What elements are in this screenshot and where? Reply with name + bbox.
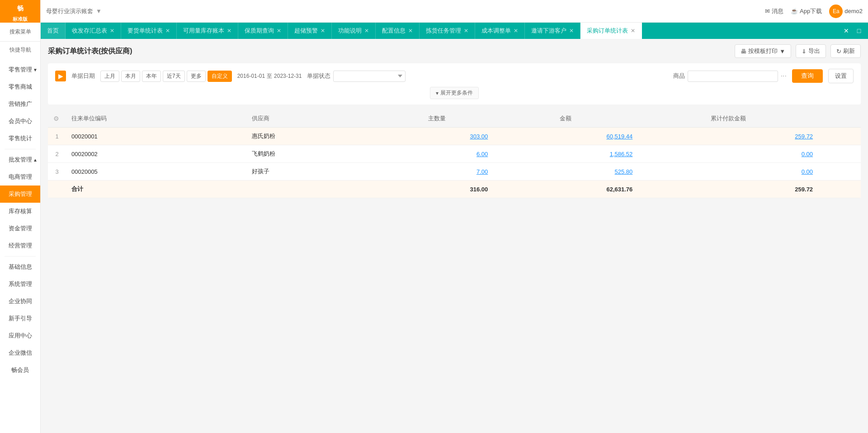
data-table: ⚙ 往来单位编码 供应商 主数量 金额 累计付款金额 1 00020001 [48,110,861,198]
quick-nav-label[interactable]: 快捷导航 [3,43,38,57]
user-profile[interactable]: Ea demo2 [829,5,863,18]
message-btn[interactable]: ✉ 消息 [765,7,783,15]
qty-link[interactable]: 6.00 [476,151,488,157]
footer-qty: 316.00 [381,181,493,198]
filter-toggle-btn[interactable]: ▶ [55,71,66,81]
tab-close-icon[interactable]: ✕ [569,28,574,34]
cell-supplier: 好孩子 [246,163,381,181]
tab-close-all-btn[interactable]: ✕ [841,25,852,36]
app-download-btn[interactable]: ☕ App下载 [791,7,822,15]
cell-paid: 259.72 [638,128,818,145]
amount-link[interactable]: 525.80 [615,168,633,175]
amount-link[interactable]: 60,519.44 [606,133,632,140]
refresh-button[interactable]: ↻ 刷新 [830,44,861,58]
sidebar-item-member2[interactable]: 畅会员 [0,362,40,379]
col-qty: 主数量 [381,110,493,128]
amount-link[interactable]: 1,586.52 [610,151,633,157]
query-button[interactable]: 查询 [792,69,823,83]
dropdown-arrow-icon[interactable]: ▼ [96,8,102,14]
sidebar-item-ecommerce[interactable]: 电商管理 [0,168,40,186]
app-logo[interactable]: 畅 标准版 [0,0,40,23]
sidebar-item-inventory[interactable]: 库存核算 [0,203,40,220]
tab-order-stats-label: 要货单统计表 [127,27,163,35]
goods-input[interactable] [688,71,778,82]
tab-cost-adjust[interactable]: 成本调整单 ✕ [475,23,525,39]
date-btn-this-year[interactable]: 本年 [142,71,161,82]
tab-close-icon[interactable]: ✕ [227,28,231,34]
topbar-right: ✉ 消息 ☕ App下载 Ea demo2 [765,5,863,18]
sidebar-item-guide[interactable]: 新手引导 [0,310,40,327]
sidebar-item-member[interactable]: 会员中心 [0,113,40,130]
tab-close-icon[interactable]: ✕ [321,28,325,34]
account-name: 母婴行业演示账套 [46,7,93,15]
tab-expand-btn[interactable]: □ [854,25,864,36]
tab-available-stock[interactable]: 可用量库存账本 ✕ [177,23,238,39]
divider-2 [5,256,36,257]
search-menu-label[interactable]: 搜索菜单 [3,26,38,38]
tab-close-icon[interactable]: ✕ [364,28,369,34]
tab-home[interactable]: 首页 [41,23,66,39]
tab-order-stats[interactable]: 要货单统计表 ✕ [121,23,177,39]
sidebar-item-operations[interactable]: 经营管理 [0,237,40,254]
tab-overstock-warning[interactable]: 超储预警 ✕ [288,23,332,39]
filter-bar: ▶ 单据日期 上月 本月 本年 近7天 更多 自定义 2016-01-01 至 … [48,63,861,105]
tab-pick-task[interactable]: 拣货任务管理 ✕ [420,23,475,39]
sidebar-item-app-center[interactable]: 应用中心 [0,327,40,344]
tab-close-icon[interactable]: ✕ [408,28,413,34]
export-label: 导出 [808,47,820,55]
tabbar: 首页 收发存汇总表 ✕ 要货单统计表 ✕ 可用量库存账本 ✕ 保质期查询 ✕ 超… [41,23,868,39]
paid-link[interactable]: 0.00 [802,151,813,157]
tab-config-info[interactable]: 配置信息 ✕ [376,23,420,39]
sidebar-item-basic-info[interactable]: 基础信息 [0,258,40,276]
tab-close-icon[interactable]: ✕ [464,28,468,34]
logo-icon: 畅 [12,0,28,16]
cell-extra [818,145,861,163]
paid-link[interactable]: 259.72 [795,133,813,140]
sidebar-item-marketing[interactable]: 营销推广 [0,95,40,113]
settings-button[interactable]: 设置 [828,69,854,83]
col-settings: ⚙ [48,110,66,128]
expand-more-btn[interactable]: ▾ 展开更多条件 [430,87,479,99]
date-btn-last-month[interactable]: 上月 [100,71,119,82]
table-settings-icon[interactable]: ⚙ [53,115,59,122]
export-button[interactable]: ⇓ 导出 [796,44,826,58]
sidebar-item-system[interactable]: 系统管理 [0,276,40,293]
goods-label: 商品 [673,72,685,80]
tab-close-icon[interactable]: ✕ [514,28,518,34]
sidebar-item-retail-stats[interactable]: 零售统计 [0,130,40,147]
sidebar-menu: 零售管理 零售商城 营销推广 会员中心 零售统计 批发管理 电商管理 采购管理 … [0,58,40,381]
sidebar-item-enterprise[interactable]: 企业协同 [0,293,40,310]
tab-close-icon[interactable]: ✕ [631,28,635,34]
sidebar-item-retail-shop[interactable]: 零售商城 [0,78,40,95]
tab-close-icon[interactable]: ✕ [165,28,170,34]
paid-link[interactable]: 0.00 [802,168,813,175]
date-btn-7days[interactable]: 近7天 [163,71,185,82]
cell-amount: 525.80 [493,163,638,181]
sidebar-item-finance[interactable]: 资金管理 [0,220,40,237]
date-btn-this-month[interactable]: 本月 [121,71,140,82]
tab-receive-summary[interactable]: 收发存汇总表 ✕ [66,23,121,39]
sidebar-item-wechat[interactable]: 企业微信 [0,344,40,362]
tabbar-actions: ✕ □ [841,25,868,36]
print-button[interactable]: 🖶 按模板打印 ▼ [735,44,791,58]
status-label: 单据状态 [307,72,330,80]
date-btn-more[interactable]: 更多 [187,71,206,82]
qty-link[interactable]: 7.00 [476,168,488,175]
sidebar-item-wholesale[interactable]: 批发管理 [0,151,40,168]
tab-expiry-query[interactable]: 保质期查询 ✕ [238,23,288,39]
sidebar-item-purchase[interactable]: 采购管理 [0,186,40,203]
date-btn-custom[interactable]: 自定义 [208,71,232,82]
page-title: 采购订单统计表(按供应商) [48,47,132,56]
tab-invite-downstream[interactable]: 邀请下游客户 ✕ [525,23,580,39]
sidebar-item-retail-mgmt[interactable]: 零售管理 [0,61,40,78]
tab-close-icon[interactable]: ✕ [110,28,114,34]
tab-close-icon[interactable]: ✕ [277,28,281,34]
cell-paid: 0.00 [638,145,818,163]
status-select[interactable] [333,71,406,82]
qty-link[interactable]: 303.00 [470,133,488,140]
tab-function-desc[interactable]: 功能说明 ✕ [332,23,376,39]
tab-purchase-order-stats[interactable]: 采购订单统计表 ✕ [580,23,642,39]
tab-available-stock-label: 可用量库存账本 [183,27,224,35]
topbar: 母婴行业演示账套 ▼ ✉ 消息 ☕ App下载 Ea demo2 [41,0,868,23]
goods-more-icon[interactable]: ··· [781,72,787,80]
